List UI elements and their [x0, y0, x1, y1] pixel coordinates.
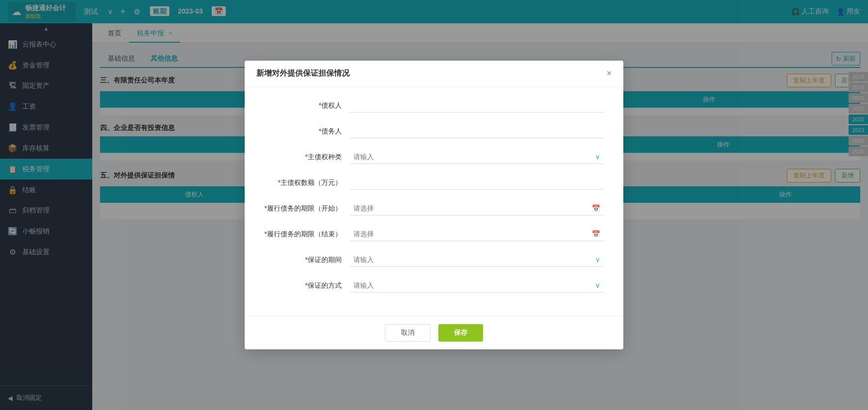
- date-period-start: 📅: [350, 201, 604, 215]
- chevron-down-guarantee-period-icon[interactable]: ∨: [595, 256, 604, 263]
- modal-body: *债权人 *债务人 *主债权种类 ∨: [245, 87, 623, 316]
- label-debtor: *债务人: [264, 127, 342, 136]
- input-debtor[interactable]: [350, 124, 604, 138]
- save-button[interactable]: 保存: [438, 324, 483, 342]
- label-guarantee-method: *保证的方式: [264, 281, 342, 290]
- modal-close-button[interactable]: ×: [606, 68, 612, 79]
- form-row-guarantee-period: *保证的期间 ∨: [264, 253, 604, 267]
- label-debt-type: *主债权种类: [264, 153, 342, 162]
- input-debt-amount[interactable]: [350, 176, 604, 190]
- label-guarantee-period: *保证的期间: [264, 256, 342, 264]
- label-debt-amount: *主债权数额（万元）: [264, 179, 342, 187]
- select-debt-type-input[interactable]: [350, 150, 595, 164]
- select-guarantee-method: ∨: [350, 279, 604, 293]
- form-row-creditor: *债权人: [264, 98, 604, 113]
- form-row-debt-amount: *主债权数额（万元）: [264, 176, 604, 190]
- date-period-end-input[interactable]: [350, 227, 592, 241]
- form-row-period-end: *履行债务的期限（结束） 📅: [264, 227, 604, 241]
- chevron-down-guarantee-method-icon[interactable]: ∨: [595, 281, 604, 289]
- form-row-debtor: *债务人: [264, 124, 604, 138]
- label-period-end: *履行债务的期限（结束）: [264, 230, 342, 239]
- modal-footer: 取消 保存: [245, 316, 623, 349]
- label-period-start: *履行债务的期限（开始）: [264, 204, 342, 213]
- form-row-guarantee-method: *保证的方式 ∨: [264, 279, 604, 293]
- date-period-start-input[interactable]: [350, 201, 592, 215]
- label-creditor: *债权人: [264, 101, 342, 110]
- form-row-debt-type: *主债权种类 ∨: [264, 150, 604, 164]
- input-creditor[interactable]: [350, 98, 604, 113]
- select-guarantee-period-input[interactable]: [350, 253, 595, 266]
- select-guarantee-period: ∨: [350, 253, 604, 267]
- calendar-start-icon[interactable]: 📅: [592, 204, 604, 212]
- select-debt-type: ∨: [350, 150, 604, 164]
- chevron-down-icon[interactable]: ∨: [595, 153, 604, 161]
- modal-overlay: 新增对外提供保证担保情况 × *债权人 *债务人 *主债权种类: [0, 0, 868, 410]
- modal: 新增对外提供保证担保情况 × *债权人 *债务人 *主债权种类: [245, 61, 623, 349]
- modal-title: 新增对外提供保证担保情况: [256, 68, 350, 79]
- form-row-period-start: *履行债务的期限（开始） 📅: [264, 201, 604, 215]
- date-period-end: 📅: [350, 227, 604, 241]
- modal-header: 新增对外提供保证担保情况 ×: [245, 61, 623, 87]
- select-guarantee-method-input[interactable]: [350, 279, 595, 292]
- calendar-end-icon[interactable]: 📅: [592, 230, 604, 238]
- cancel-button[interactable]: 取消: [385, 324, 431, 342]
